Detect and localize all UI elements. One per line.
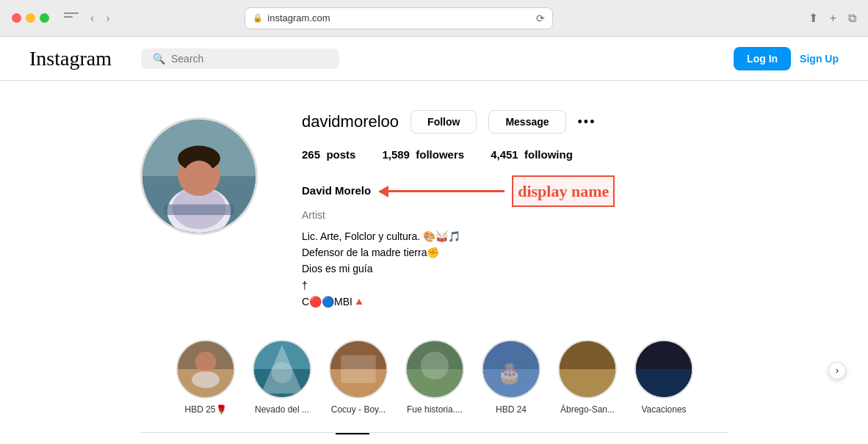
svg-point-10 — [195, 352, 217, 373]
signup-button[interactable]: Sign Up — [800, 53, 839, 65]
profile-tabs: POSTS REELS TAGGED — [140, 432, 728, 444]
svg-point-15 — [272, 362, 293, 383]
following-stat[interactable]: 4,451 following — [491, 148, 573, 161]
tab-reels[interactable]: REELS — [413, 433, 446, 444]
story-thumbnail-svg — [636, 340, 692, 398]
story-circle — [405, 340, 464, 398]
stories-section: HBD 25🌹 Nevado del ... — [0, 332, 868, 426]
avatar-image — [142, 120, 256, 233]
story-item[interactable]: 🎂 HBD 24 — [482, 340, 540, 415]
story-item[interactable]: Nevado del ... — [253, 340, 311, 415]
forward-button[interactable]: › — [103, 10, 112, 26]
lock-icon: 🔒 — [253, 13, 263, 23]
svg-point-6 — [184, 161, 214, 192]
tab-tagged[interactable]: TAGGED — [491, 433, 532, 444]
story-circle — [558, 340, 617, 398]
following-count: 4,451 — [491, 148, 518, 161]
instagram-logo[interactable]: Instagram — [29, 47, 112, 70]
display-name: David Morelo — [302, 182, 371, 200]
more-options-button[interactable]: ••• — [578, 114, 596, 130]
following-label: following — [524, 148, 573, 161]
username-row: davidmoreloo Follow Message ••• — [302, 110, 728, 134]
search-bar[interactable]: 🔍 — [141, 48, 339, 69]
story-thumbnail-svg — [407, 340, 463, 398]
display-name-row: David Morelo display name — [302, 175, 728, 207]
profile-container: davidmoreloo Follow Message ••• 265 post… — [140, 81, 728, 332]
story-thumbnail-svg — [330, 340, 386, 398]
story-thumbnail-svg — [254, 340, 310, 398]
story-circle — [634, 340, 693, 398]
back-button[interactable]: ‹ — [87, 10, 97, 26]
bio-line-1: Lic. Arte, Folclor y cultura. 🎨🥁🎵 — [302, 228, 728, 244]
story-item[interactable]: Cocuy - Boy... — [329, 340, 388, 415]
profile-username: davidmoreloo — [302, 112, 399, 131]
avatar-svg — [142, 117, 256, 235]
followers-stat[interactable]: 1,589 followers — [382, 148, 464, 161]
profile-bio: David Morelo display name Artist Lic. Ar… — [302, 175, 728, 310]
tab-posts[interactable]: POSTS — [336, 433, 369, 444]
arrow-line — [387, 190, 504, 192]
story-circle — [253, 340, 311, 398]
reload-button[interactable]: ⟳ — [536, 12, 545, 24]
address-bar[interactable]: 🔒 instagram.com ⟳ — [245, 7, 553, 29]
message-button[interactable]: Message — [488, 110, 565, 134]
nav-buttons: ‹ › — [87, 10, 113, 26]
story-label: Ábrego-San... — [560, 404, 615, 415]
bio-line-3: Dios es mi guía — [302, 261, 728, 277]
story-circle: 🎂 — [482, 340, 540, 398]
browser-chrome: ‹ › 🔒 instagram.com ⟳ ⬆ + ⧉ — [0, 0, 868, 37]
bio-line-2: Defensor de la madre tierra✊ — [302, 244, 728, 261]
profile-stats: 265 posts 1,589 followers 4,451 followin… — [302, 148, 728, 161]
story-circle — [329, 340, 388, 398]
stories-scroll-right[interactable]: › — [828, 362, 846, 379]
profile-category: Artist — [302, 207, 728, 223]
bio-line-4: † — [302, 277, 728, 294]
story-thumbnail-svg: 🎂 — [483, 340, 539, 398]
maximize-button[interactable] — [40, 13, 49, 23]
sidebar-toggle[interactable] — [64, 12, 79, 24]
story-label: HBD 25🌹 — [184, 404, 226, 415]
story-label: HBD 24 — [496, 404, 527, 415]
story-label: Vacaciones — [641, 404, 686, 415]
new-tab-button[interactable]: + — [830, 11, 836, 25]
profile-info: davidmoreloo Follow Message ••• 265 post… — [302, 110, 728, 310]
search-icon: 🔍 — [153, 53, 165, 65]
story-label: Cocuy - Boy... — [331, 404, 386, 415]
search-input[interactable] — [171, 53, 328, 65]
url-text: instagram.com — [267, 12, 330, 23]
followers-count: 1,589 — [382, 148, 410, 161]
display-name-annotation-label: display name — [512, 175, 615, 207]
share-button[interactable]: ⬆ — [809, 11, 818, 25]
story-thumbnail-svg — [178, 340, 234, 398]
annotation-arrow: display name — [378, 175, 615, 207]
login-button[interactable]: Log In — [734, 47, 791, 70]
svg-point-11 — [192, 371, 220, 387]
story-label: Nevado del ... — [255, 404, 309, 415]
svg-text:🎂: 🎂 — [497, 361, 522, 385]
close-button[interactable] — [12, 13, 21, 23]
svg-rect-28 — [636, 369, 692, 397]
tabs-button[interactable]: ⧉ — [848, 11, 856, 25]
story-circle — [176, 340, 235, 398]
follow-button[interactable]: Follow — [411, 110, 477, 134]
story-item[interactable]: HBD 25🌹 — [176, 340, 235, 415]
svg-rect-18 — [341, 355, 376, 383]
story-item[interactable]: Fue historia.... — [405, 340, 464, 415]
browser-actions: ⬆ + ⧉ — [809, 11, 856, 25]
profile-avatar-section — [140, 110, 258, 310]
story-item[interactable]: Vacaciones — [634, 340, 693, 415]
story-thumbnail-svg — [560, 340, 615, 398]
posts-label: posts — [326, 148, 355, 161]
story-item[interactable]: Ábrego-San... — [558, 340, 617, 415]
minimize-button[interactable] — [26, 13, 35, 23]
bio-line-5: C🔴🔵MBI🔺 — [302, 294, 728, 310]
posts-count: 265 — [302, 148, 320, 161]
svg-point-21 — [421, 352, 449, 379]
followers-label: followers — [416, 148, 464, 161]
story-label: Fue historia.... — [407, 404, 463, 415]
avatar — [140, 117, 258, 235]
header-actions: Log In Sign Up — [734, 47, 839, 70]
svg-rect-7 — [164, 205, 234, 215]
stories-list: HBD 25🌹 Nevado del ... — [29, 340, 839, 415]
traffic-lights — [12, 13, 49, 23]
